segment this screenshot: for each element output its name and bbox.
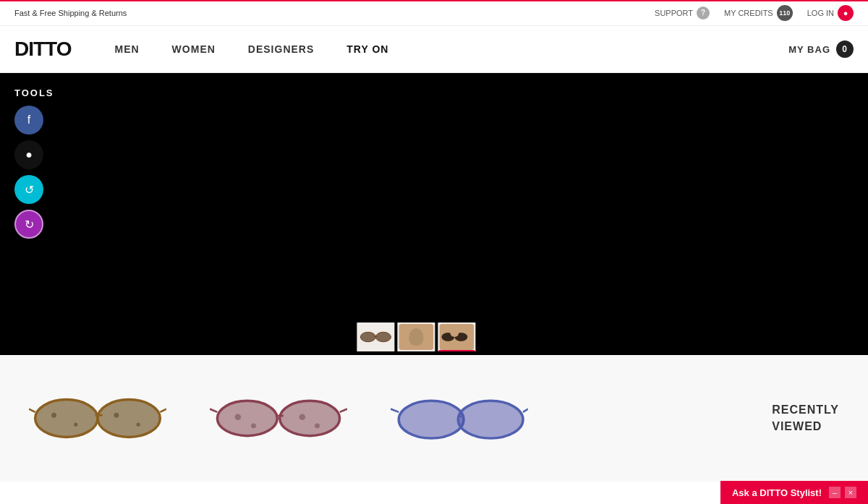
login-label: LOG IN — [807, 9, 834, 17]
svg-point-37 — [251, 423, 256, 428]
svg-point-28 — [74, 423, 77, 427]
viewer-area: TOOLS f ● ↺ ↻ — [0, 73, 868, 355]
svg-point-30 — [137, 423, 140, 427]
stylist-close-button[interactable]: × — [845, 487, 856, 498]
svg-line-43 — [391, 409, 399, 412]
svg-point-21 — [450, 328, 459, 337]
support-button[interactable]: SUPPORT ? — [655, 7, 710, 20]
glasses-item-1[interactable] — [29, 383, 166, 455]
svg-point-23 — [98, 400, 160, 437]
svg-point-17 — [375, 332, 391, 341]
tools-panel: TOOLS f ● ↺ ↻ — [14, 87, 54, 244]
thumbnail-glasses[interactable] — [357, 323, 394, 351]
red-accent-line — [0, 0, 868, 1]
message-share-button[interactable]: ● — [14, 140, 43, 169]
glasses-item-3[interactable] — [391, 383, 528, 455]
stylist-controls: – × — [829, 487, 856, 498]
svg-line-35 — [340, 409, 347, 412]
top-bar: Fast & Free Shipping & Returns SUPPORT ?… — [0, 0, 868, 26]
thumbnail-person-glasses[interactable] — [438, 323, 475, 351]
recently-viewed-label: RECENTLY VIEWED — [772, 402, 839, 435]
support-label: SUPPORT — [655, 9, 693, 17]
bag-count: 0 — [836, 40, 854, 58]
logo[interactable]: DITTO — [14, 38, 71, 61]
ask-stylist-bar[interactable]: Ask a DITTO Stylist! – × — [720, 481, 868, 504]
svg-point-36 — [235, 414, 242, 420]
refresh-button[interactable]: ↻ — [14, 210, 43, 239]
nav-bar: DITTO MEN WOMEN DESIGNERS TRY ON MY BAG … — [0, 26, 868, 73]
facebook-share-button[interactable]: f — [14, 106, 43, 134]
svg-point-38 — [299, 414, 306, 420]
share-button[interactable]: ↺ — [14, 175, 43, 204]
thumbnail-person[interactable] — [397, 323, 435, 351]
svg-point-27 — [51, 413, 56, 418]
svg-point-16 — [360, 332, 375, 341]
svg-line-44 — [523, 409, 528, 412]
svg-point-41 — [458, 401, 523, 438]
nav-tryon[interactable]: TRY ON — [346, 43, 388, 55]
support-icon: ? — [697, 7, 710, 20]
my-bag-button[interactable]: MY BAG 0 — [788, 40, 854, 58]
svg-point-32 — [280, 401, 340, 435]
bottom-section: RECENTLY VIEWED — [0, 355, 868, 482]
stylist-minimize-button[interactable]: – — [829, 487, 841, 498]
bag-label: MY BAG — [788, 44, 830, 55]
login-icon: ● — [838, 5, 854, 21]
svg-line-25 — [29, 409, 35, 412]
glasses-item-2[interactable] — [210, 383, 347, 455]
thumbnail-strip — [357, 323, 475, 351]
login-button[interactable]: LOG IN ● — [807, 5, 854, 21]
top-bar-right: SUPPORT ? MY CREDITS 110 LOG IN ● — [655, 5, 854, 21]
svg-line-34 — [210, 409, 217, 412]
nav-women[interactable]: WOMEN — [172, 43, 216, 55]
svg-point-39 — [315, 423, 320, 428]
my-credits-button[interactable]: MY CREDITS 110 — [724, 5, 793, 21]
credits-badge: 110 — [777, 5, 793, 21]
svg-point-22 — [35, 400, 98, 437]
svg-line-26 — [160, 409, 166, 412]
shipping-text: Fast & Free Shipping & Returns — [14, 9, 127, 17]
svg-point-31 — [217, 401, 277, 435]
svg-point-29 — [114, 413, 119, 418]
nav-men[interactable]: MEN — [114, 43, 139, 55]
credits-label: MY CREDITS — [724, 9, 773, 17]
tools-label: TOOLS — [14, 87, 54, 98]
ask-stylist-label: Ask a DITTO Stylist! — [732, 487, 822, 498]
nav-designers[interactable]: DESIGNERS — [248, 43, 314, 55]
nav-links: MEN WOMEN DESIGNERS TRY ON — [114, 43, 788, 55]
logo-text: DITTO — [14, 38, 71, 60]
svg-point-40 — [399, 401, 464, 438]
